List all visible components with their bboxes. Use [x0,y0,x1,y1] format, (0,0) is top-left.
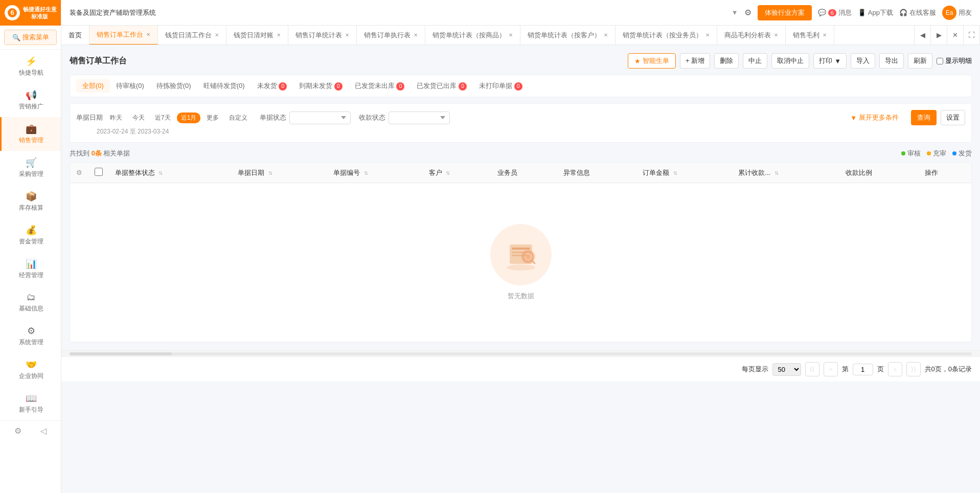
sidebar-item-marketing[interactable]: 📢 营销推广 [0,83,61,117]
new-button[interactable]: + 新增 [680,53,710,69]
topbar-settings-icon[interactable]: ⚙ [744,8,751,17]
horizontal-scrollbar[interactable] [61,350,980,356]
tab-home[interactable]: 首页 [61,26,89,45]
industry-solution-button[interactable]: 体验行业方案 [758,5,812,20]
tab-close-current-button[interactable]: ✕ [947,26,964,45]
query-button[interactable]: 查询 [911,110,937,125]
message-action[interactable]: 💬 6 消息 [818,8,852,17]
expand-filter-label: 展开更多条件 [859,113,899,122]
sort-date-icon[interactable]: ⇅ [268,170,272,176]
scroll-thumb[interactable] [70,352,172,355]
tab-sales-exec[interactable]: 销售订单执行表 ✕ [357,26,425,45]
tab-close-icon[interactable]: ✕ [345,32,349,38]
delete-button[interactable]: 删除 [714,53,739,69]
page-number-input[interactable] [853,364,873,375]
tab-sales-stats[interactable]: 销售订单统计表 ✕ [288,26,357,45]
sidebar-item-inventory[interactable]: 📦 库存核算 [0,185,61,218]
sidebar-item-operations[interactable]: 📊 经营管理 [0,252,61,286]
sub-tab-pending-review[interactable]: 待审核(0) [110,79,150,93]
logo-icon: 6 [5,5,20,20]
tab-close-icon[interactable]: ✕ [146,32,150,37]
sidebar-item-quick-nav[interactable]: ⚡ 快捷导航 [0,50,61,83]
sidebar-item-basic-info[interactable]: 🗂 基础信息 [0,286,61,319]
tab-scroll-left-button[interactable]: ◀ [915,26,931,45]
refresh-button[interactable]: 刷新 [908,53,932,69]
sort-status-icon[interactable]: ⇅ [158,170,163,176]
app-download-action[interactable]: 📱 App下载 [858,8,893,17]
quick-date-1month[interactable]: 近1月 [177,113,201,123]
tab-cash-daily[interactable]: 钱货日清工作台 ✕ [158,26,226,45]
sidebar-item-guide[interactable]: 📖 新手引导 [0,387,61,420]
tab-close-icon[interactable]: ✕ [215,32,219,38]
first-page-button[interactable]: ⟨⟨ [805,362,819,376]
review-action[interactable]: 审核 [901,149,921,158]
tab-margin-analysis[interactable]: 商品毛利分析表 ✕ [717,26,786,45]
tab-close-icon[interactable]: ✕ [277,32,281,38]
online-service-action[interactable]: 🎧 在线客服 [899,8,936,17]
show-detail-checkbox-area[interactable]: 显示明细 [937,56,972,65]
tab-close-icon[interactable]: ✕ [774,32,778,38]
settings-gear-icon[interactable]: ⚙ [14,426,21,436]
topbar-dropdown-icon[interactable]: ▼ [732,9,738,16]
sort-number-icon[interactable]: ⇅ [364,170,368,176]
sort-customer-icon[interactable]: ⇅ [446,170,450,176]
tab-close-icon[interactable]: ✕ [509,32,513,38]
expand-filter-button[interactable]: ▼ 展开更多条件 [850,113,899,122]
quick-date-custom[interactable]: 自定义 [225,113,252,123]
quick-date-today[interactable]: 今天 [128,113,149,123]
payment-select[interactable] [389,111,450,124]
sidebar-item-system[interactable]: ⚙ 系统管理 [0,319,61,353]
tab-close-icon[interactable]: ✕ [705,32,710,38]
tab-label: 商品毛利分析表 [724,31,771,40]
sub-tab-pending-inspect[interactable]: 待拣验货(0) [150,79,197,93]
sub-tab-shipped-not-out[interactable]: 已发货未出库 0 [349,79,411,93]
sort-collected-icon[interactable]: ⇅ [774,170,779,176]
stop-button[interactable]: 中止 [743,53,767,69]
prev-page-button[interactable]: ＜ [824,362,838,376]
tab-goods-stats-customer[interactable]: 销货单统计表（按客户） ✕ [520,26,616,45]
last-page-button[interactable]: ⟩⟩ [906,362,921,376]
next-page-button[interactable]: ＞ [888,362,902,376]
print-button[interactable]: 打印 ▼ [813,53,847,69]
sub-tab-unshipped[interactable]: 未发货 0 [251,79,293,93]
quick-date-yesterday[interactable]: 昨天 [106,113,126,123]
user-action[interactable]: Ea 用友 [942,6,972,20]
tab-fullscreen-button[interactable]: ⛶ [964,26,980,45]
import-button[interactable]: 导入 [851,53,875,69]
tab-cash-reconcile[interactable]: 钱货日清对账 ✕ [226,26,288,45]
sidebar-item-enterprise[interactable]: 🤝 企业协同 [0,353,61,387]
status-select[interactable] [289,111,351,124]
sub-tab-overdue-unshipped[interactable]: 到期未发货 0 [293,79,349,93]
sort-amount-icon[interactable]: ⇅ [673,170,677,176]
tab-goods-stats-product[interactable]: 销货单统计表（按商品） ✕ [425,26,520,45]
cancel-review-action[interactable]: 充审 [927,149,946,158]
sidebar-item-finance[interactable]: 💰 资金管理 [0,218,61,252]
sub-tab-shipped-out[interactable]: 已发货已出库 0 [411,79,473,93]
tab-close-icon[interactable]: ✕ [414,32,418,38]
show-detail-checkbox[interactable] [937,58,943,64]
page-size-select[interactable]: 20 50 100 [772,363,801,376]
sub-tab-wangpu-pending[interactable]: 旺铺待发货(0) [197,79,251,93]
tab-scroll-right-button[interactable]: ▶ [931,26,947,45]
export-button[interactable]: 导出 [879,53,904,69]
print-dropdown-icon[interactable]: ▼ [834,57,841,65]
smart-generate-button[interactable]: ★ 智能生单 [628,53,676,69]
search-menu-button[interactable]: 🔍 搜索菜单 [4,30,57,45]
select-all-checkbox[interactable] [95,168,103,176]
filter-settings-button[interactable]: 设置 [941,110,965,125]
sidebar-item-purchase[interactable]: 🛒 采购管理 [0,151,61,185]
quick-date-7days[interactable]: 近7天 [151,113,175,123]
quick-date-more[interactable]: 更多 [202,113,223,123]
tab-sales-order-workbench[interactable]: 销售订单工作台 ✕ [89,26,158,45]
ship-action[interactable]: 发货 [952,149,972,158]
sidebar-item-sales[interactable]: 💼 销售管理 [0,117,61,151]
sub-tab-unprinted[interactable]: 未打印单据 0 [473,79,529,93]
tab-close-icon[interactable]: ✕ [604,32,608,38]
tab-goods-stats-salesman[interactable]: 销货单统计表（按业务员） ✕ [616,26,717,45]
sub-tab-all[interactable]: 全部(0) [76,79,110,93]
tab-close-icon[interactable]: ✕ [823,32,827,38]
tab-sales-margin[interactable]: 销售毛利 ✕ [786,26,834,45]
cancel-stop-button[interactable]: 取消中止 [771,53,809,69]
column-settings-icon[interactable]: ⚙ [76,169,82,176]
collapse-sidebar-icon[interactable]: ◁ [40,426,47,436]
